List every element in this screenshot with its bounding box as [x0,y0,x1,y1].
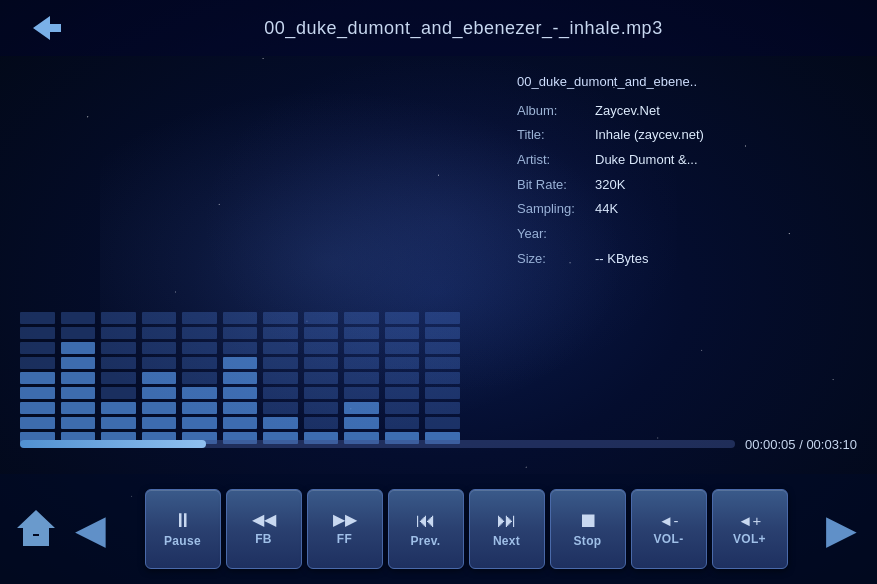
controls-bar: ◀ ⏸ Pause ◀◀ FB ▶▶ FF ⏮ Prev. ⏭ Next [0,474,877,584]
artist-row: Artist: Duke Dumont &... [517,148,857,173]
back-button[interactable] [20,8,70,48]
sampling-label: Sampling: [517,197,587,222]
vol-up-button[interactable]: ◄+ VOL+ [712,489,788,569]
ff-label: FF [337,532,352,546]
size-value: -- KBytes [595,247,648,272]
next-button[interactable]: ⏭ Next [469,489,545,569]
size-row: Size: -- KBytes [517,247,857,272]
track-filename: 00_duke_dumont_and_ebene.. [517,70,857,95]
pause-button[interactable]: ⏸ Pause [145,489,221,569]
fb-label: FB [255,532,272,546]
left-arrow-icon: ◀ [75,506,106,552]
header: 00_duke_dumont_and_ebenezer_-_inhale.mp3 [0,0,877,56]
stop-button[interactable]: ⏹ Stop [550,489,626,569]
time-separator: / [796,437,807,452]
progress-fill [20,440,206,448]
total-time: 00:03:10 [806,437,857,452]
right-arrow-icon: ▶ [826,506,857,552]
progress-time: 00:00:05 / 00:03:10 [745,437,857,452]
svg-rect-1 [31,536,41,546]
year-row: Year: [517,222,857,247]
prev-side-button[interactable]: ◀ [63,489,118,569]
vol-down-icon: ◄- [659,513,679,528]
controls-center: ⏸ Pause ◀◀ FB ▶▶ FF ⏮ Prev. ⏭ Next ⏹ [118,489,814,569]
bitrate-row: Bit Rate: 320K [517,173,857,198]
title-value: Inhale (zaycev.net) [595,123,704,148]
player-screen: 00_duke_dumont_and_ebenezer_-_inhale.mp3 [0,0,877,584]
track-info: 00_duke_dumont_and_ebene.. Album: Zaycev… [517,70,857,272]
stop-icon: ⏹ [578,510,598,530]
album-value: Zaycev.Net [595,99,660,124]
vol-up-icon: ◄+ [738,513,762,528]
prev-icon: ⏮ [416,510,436,530]
fb-icon: ◀◀ [252,512,276,528]
artist-label: Artist: [517,148,587,173]
prev-button[interactable]: ⏮ Prev. [388,489,464,569]
next-side-button[interactable]: ▶ [814,489,869,569]
bitrate-value: 320K [595,173,625,198]
next-icon: ⏭ [497,510,517,530]
title-label: Title: [517,123,587,148]
prev-label: Prev. [411,534,441,548]
vol-down-button[interactable]: ◄- VOL- [631,489,707,569]
vol-up-label: VOL+ [733,532,766,546]
ff-button[interactable]: ▶▶ FF [307,489,383,569]
home-button[interactable] [8,489,63,569]
size-label: Size: [517,247,587,272]
album-label: Album: [517,99,587,124]
album-row: Album: Zaycev.Net [517,99,857,124]
sampling-row: Sampling: 44K [517,197,857,222]
vol-down-label: VOL- [654,532,684,546]
stop-label: Stop [574,534,602,548]
ff-icon: ▶▶ [333,512,357,528]
equalizer [0,56,480,464]
fb-button[interactable]: ◀◀ FB [226,489,302,569]
artist-value: Duke Dumont &... [595,148,698,173]
bitrate-label: Bit Rate: [517,173,587,198]
current-time: 00:00:05 [745,437,796,452]
year-label: Year: [517,222,587,247]
pause-icon: ⏸ [173,510,193,530]
header-title: 00_duke_dumont_and_ebenezer_-_inhale.mp3 [70,18,857,39]
pause-label: Pause [164,534,201,548]
progress-bar-area: 00:00:05 / 00:03:10 [0,424,877,464]
next-label: Next [493,534,520,548]
title-row: Title: Inhale (zaycev.net) [517,123,857,148]
sampling-value: 44K [595,197,618,222]
progress-track[interactable] [20,440,735,448]
